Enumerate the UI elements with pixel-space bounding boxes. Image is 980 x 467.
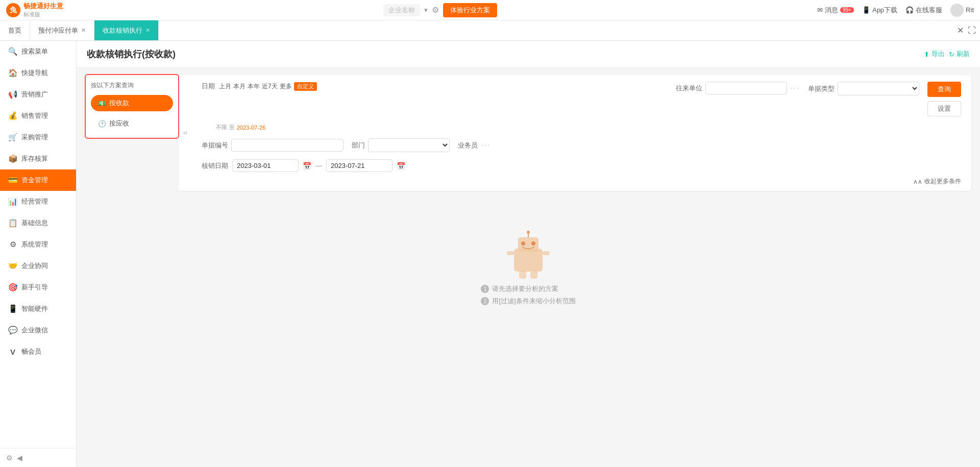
- industry-solution-button[interactable]: 体验行业方案: [443, 3, 497, 17]
- sidebar-item-sales[interactable]: 💰 销售管理: [0, 105, 76, 127]
- empty-step2: 2 用[过滤]条件来缩小分析范围: [481, 297, 575, 306]
- topbar-left: 兔 畅捷通好生意 标准版: [6, 2, 63, 18]
- svg-rect-6: [507, 251, 514, 255]
- tab-close-all-button[interactable]: ✕: [957, 26, 964, 35]
- receipt-icon: 💵: [98, 100, 106, 107]
- marketing-icon: 📢: [8, 90, 17, 99]
- content-area: 收款核销执行(按收款) ⬆ 导出 ↻ 刷新 按以下方案查询 💵 按收款: [77, 41, 980, 467]
- message-button[interactable]: ✉ 消息 99+: [817, 6, 854, 15]
- filter-options-panel: 按以下方案查询 💵 按收款 🕐 按应收: [85, 74, 179, 139]
- sidebar-item-basic[interactable]: 📋 基础信息: [0, 212, 76, 234]
- counterpart-more-icon[interactable]: ···: [790, 84, 800, 93]
- date-more[interactable]: 更多: [280, 82, 292, 91]
- doc-type-select[interactable]: [838, 82, 919, 95]
- sidebar-item-inventory[interactable]: 📦 库存核算: [0, 148, 76, 169]
- online-service-button[interactable]: 🎧 在线客服: [905, 6, 942, 15]
- date-this-year[interactable]: 本年: [248, 82, 260, 91]
- sidebar-item-search[interactable]: 🔍 搜索菜单: [0, 41, 76, 62]
- svg-rect-9: [530, 271, 537, 279]
- filter-panel-title: 按以下方案查询: [91, 81, 173, 90]
- empty-step1: 1 请先选择要分析的方案: [481, 284, 575, 293]
- writeoff-start-input[interactable]: [232, 159, 299, 172]
- logo-text: 畅捷通好生意 标准版: [23, 2, 63, 18]
- sidebar-item-marketing[interactable]: 📢 营销推广: [0, 84, 76, 105]
- username: Rit: [966, 6, 974, 14]
- service-icon: 🎧: [905, 6, 914, 14]
- message-badge: 99+: [840, 7, 854, 13]
- tab-prepay[interactable]: 预付冲应付单 ✕: [30, 20, 94, 40]
- date-value[interactable]: 2023-07-26: [237, 125, 265, 131]
- sidebar-collapse-button[interactable]: ◀: [17, 454, 22, 462]
- doc-no-input[interactable]: [231, 139, 344, 152]
- dept-filter: 部门: [352, 138, 450, 152]
- message-icon: ✉: [817, 6, 823, 14]
- tab-close-receipts[interactable]: ✕: [145, 27, 150, 34]
- collapse-more-button[interactable]: ∧∧ 收起更多条件: [913, 177, 961, 186]
- tab-close-prepay[interactable]: ✕: [81, 27, 86, 34]
- search-icon: 🔍: [8, 47, 17, 56]
- date-custom-badge[interactable]: 自定义: [294, 82, 317, 91]
- filter-section: 按以下方案查询 💵 按收款 🕐 按应收 ‹‹ 日期: [85, 74, 972, 191]
- writeoff-end-input[interactable]: [326, 159, 393, 172]
- salesperson-label: 业务员: [458, 141, 478, 150]
- topbar-center: 企业名称 ▾ ⚙ 体验行业方案: [383, 3, 497, 17]
- doc-type-filter: 单据类型: [808, 82, 919, 95]
- sidebar-item-purchase[interactable]: 🛒 采购管理: [0, 127, 76, 148]
- page-header-actions: ⬆ 导出 ↻ 刷新: [924, 50, 970, 66]
- avatar: [950, 4, 964, 17]
- sidebar: 🔍 搜索菜单 🏠 快捷导航 📢 营销推广 💰 销售管理 🛒 采购管理 📦 库存核…: [0, 41, 77, 467]
- wechat-icon: 💬: [8, 326, 17, 335]
- sidebar-item-hardware[interactable]: 📱 智能硬件: [0, 298, 76, 319]
- page-title: 收款核销执行(按收款): [87, 48, 176, 67]
- sidebar-item-member[interactable]: V 畅会员: [0, 341, 76, 362]
- sidebar-item-finance[interactable]: 💳 资金管理: [0, 169, 76, 191]
- finance-icon: 💳: [8, 176, 17, 185]
- step1-num: 1: [481, 285, 489, 293]
- sidebar-item-shortcut[interactable]: 🏠 快捷导航: [0, 62, 76, 84]
- writeoff-date-label: 核销日期: [202, 161, 228, 170]
- query-button[interactable]: 查询: [927, 82, 961, 97]
- doc-no-label: 单据编号: [202, 141, 228, 150]
- filter-row-3: 核销日期 📅 — 📅: [202, 159, 961, 172]
- tab-home[interactable]: 首页: [0, 20, 30, 40]
- svg-rect-0: [514, 249, 543, 272]
- member-icon: V: [8, 348, 17, 356]
- date-last-month[interactable]: 上月: [219, 82, 231, 91]
- sidebar-item-system[interactable]: ⚙ 系统管理: [0, 234, 76, 255]
- dept-select[interactable]: [368, 138, 450, 152]
- sidebar-settings-button[interactable]: ⚙: [6, 454, 13, 462]
- app-download-button[interactable]: 📱 App下载: [862, 6, 897, 15]
- guide-icon: 🎯: [8, 283, 17, 292]
- collapse-left-button[interactable]: ‹‹: [179, 74, 191, 191]
- tab-expand-button[interactable]: ⛶: [968, 26, 976, 35]
- tabbar: 首页 预付冲应付单 ✕ 收款核销执行 ✕ ✕ ⛶: [0, 20, 980, 41]
- company-name[interactable]: 企业名称: [383, 4, 420, 16]
- date-range-dash: —: [315, 162, 322, 169]
- hardware-icon: 📱: [8, 304, 17, 313]
- sidebar-item-wechat[interactable]: 💬 企业微信: [0, 319, 76, 341]
- counterpart-filter: 往来单位 ···: [676, 82, 800, 94]
- date-7days[interactable]: 近7天: [262, 82, 278, 91]
- export-button[interactable]: ⬆ 导出: [924, 50, 945, 59]
- chevron-down-icon[interactable]: ▾: [424, 6, 428, 14]
- user-info[interactable]: Rit: [950, 4, 974, 17]
- writeoff-end-cal-icon[interactable]: 📅: [397, 162, 405, 170]
- filter-row-2: 单据编号 部门 业务员 ···: [202, 138, 961, 152]
- writeoff-start-cal-icon[interactable]: 📅: [303, 162, 311, 170]
- doc-no-filter: 单据编号: [202, 139, 344, 152]
- sidebar-item-enterprise[interactable]: 🤝 企业协同: [0, 255, 76, 277]
- tab-receipts[interactable]: 收款核销执行 ✕: [94, 20, 159, 40]
- gear-icon[interactable]: ⚙: [432, 5, 439, 15]
- refresh-button[interactable]: ↻ 刷新: [949, 50, 970, 59]
- filter-option-receivable[interactable]: 🕐 按应收: [91, 115, 173, 132]
- sidebar-item-operation[interactable]: 📊 经营管理: [0, 191, 76, 212]
- filter-option-receipt[interactable]: 💵 按收款: [91, 95, 173, 111]
- setting-button[interactable]: 设置: [927, 101, 961, 116]
- salesperson-more-icon[interactable]: ···: [481, 141, 491, 150]
- step2-num: 2: [481, 297, 489, 305]
- sidebar-item-guide[interactable]: 🎯 新手引导: [0, 277, 76, 298]
- logo: 兔 畅捷通好生意 标准版: [6, 2, 63, 18]
- date-this-month[interactable]: 本月: [233, 82, 246, 91]
- counterpart-input[interactable]: [705, 82, 787, 94]
- date-sub-row: 不限 至 2023-07-26: [216, 124, 961, 131]
